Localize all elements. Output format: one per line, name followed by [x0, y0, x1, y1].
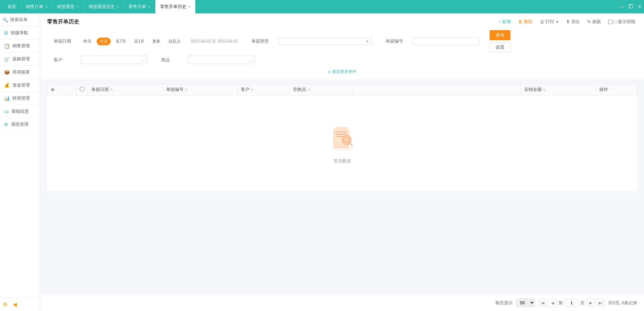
display-detail-checkbox[interactable]: [608, 20, 613, 24]
pagination-bar: 每页显示 50 100 200 |◀ ◀ 第 页 ▶ ▶| 共0页, 0条记录: [40, 294, 644, 311]
svg-line-8: [350, 143, 352, 146]
tab-sales-order[interactable]: 销售订单 ×: [21, 0, 52, 13]
goods-filter-label: 商品: [161, 57, 181, 63]
th-guide: 导购员 ⇅: [290, 84, 353, 96]
sidebar-item-label: 系统管理: [11, 121, 29, 127]
sidebar-item-finance[interactable]: 💰 资金管理: [0, 79, 40, 92]
no-sort-icon: ⇅: [185, 88, 188, 92]
main-layout: 🔍 搜索采单 ⊞ 快捷导航 📋 销售管理 🛒 采购管理 📦 库存核算 💰 资金管…: [0, 13, 644, 311]
customer-input[interactable]: ...: [81, 56, 148, 64]
select-all-checkbox[interactable]: [80, 87, 84, 91]
page-nav: |◀ ◀ 第 页 ▶ ▶|: [538, 299, 605, 307]
close-btn[interactable]: ×: [638, 3, 641, 10]
th-no-sort[interactable]: 单据编号 ⇅: [166, 87, 234, 93]
empty-row: 暂无数据: [47, 96, 637, 191]
restore-btn[interactable]: ⧠: [628, 4, 634, 10]
prev-page-btn[interactable]: ◀: [548, 299, 556, 307]
close-tab-sales-return-history[interactable]: ×: [117, 5, 119, 9]
filter-row-customer: 客户 ... 商品 ...: [54, 56, 631, 64]
base-info-icon: 🗂: [4, 109, 9, 114]
page-label: 第: [558, 300, 563, 306]
finance-icon: 💰: [4, 83, 10, 88]
sidebar-item-label: 快捷导航: [11, 30, 28, 36]
tab-home[interactable]: 首页: [3, 0, 21, 13]
settings-icon[interactable]: ⚙: [3, 301, 7, 308]
export-button[interactable]: ⬆ 导出: [564, 17, 582, 26]
table-head: ⚙ 单据日期 ⇅ 单据编号: [47, 84, 637, 96]
next-page-btn[interactable]: ▶: [587, 299, 595, 307]
first-page-btn[interactable]: |◀: [538, 299, 546, 307]
sidebar-item-quick-nav[interactable]: ⊞ 快捷导航: [0, 27, 40, 40]
close-tab-retail-history[interactable]: ×: [188, 5, 190, 9]
page-summary: 共0页, 0条记录: [608, 300, 637, 306]
tab-retail-open[interactable]: 零售开单 ×: [124, 0, 155, 13]
date-btn-more[interactable]: 更多: [149, 38, 163, 45]
filter-area: 单据日期 昨天 今天 近7天 近1月 更多 自定义 2023-06-02 至 2…: [47, 30, 637, 80]
th-no: 单据编号 ⇅: [162, 84, 237, 96]
th-guide-sort[interactable]: 导购员 ⇅: [293, 87, 349, 93]
th-gear[interactable]: ⚙: [47, 84, 77, 96]
collapse-label: 收起更多条件: [332, 69, 356, 74]
date-filter-label: 单据日期: [54, 38, 74, 44]
th-customer: 客户 ⇅: [238, 84, 290, 96]
date-sort-icon: ⇅: [110, 88, 113, 92]
th-date-sort[interactable]: 单据日期 ⇅: [91, 87, 159, 93]
close-tab-retail-open[interactable]: ×: [148, 5, 150, 9]
doc-no-input[interactable]: [412, 37, 480, 45]
sidebar-item-inventory[interactable]: 📦 库存核算: [0, 66, 40, 79]
close-tab-sales-order[interactable]: ×: [45, 5, 47, 9]
display-detail-button[interactable]: □ 显示明细: [606, 17, 637, 26]
th-amount-sort[interactable]: 实销金额 ⇅: [524, 87, 592, 93]
th-action: 操作: [596, 84, 637, 96]
refresh-button[interactable]: ↻ 刷新: [585, 17, 603, 26]
sidebar-search[interactable]: 🔍 搜索采单: [0, 13, 40, 27]
page-size-select[interactable]: 50 100 200: [516, 299, 535, 307]
date-btn-today[interactable]: 今天: [97, 38, 111, 45]
setting-button[interactable]: 设置: [490, 42, 510, 52]
tab-sales-return[interactable]: 销货退货 ×: [52, 0, 84, 13]
tab-sales-return-history[interactable]: 销货退货历史 ×: [84, 0, 124, 13]
sidebar-item-label: 经营管理: [12, 95, 30, 101]
query-button[interactable]: 查询: [490, 30, 510, 40]
customer-filter-label: 客户: [54, 57, 74, 63]
date-btn-1month[interactable]: 近1月: [131, 38, 148, 45]
delete-button[interactable]: 🗑 删除: [516, 17, 535, 26]
sidebar-item-purchase-mgmt[interactable]: 🛒 采购管理: [0, 53, 40, 66]
print-dropdown-icon[interactable]: ▼: [555, 20, 559, 24]
close-tab-sales-return[interactable]: ×: [77, 5, 79, 9]
collapse-bar[interactable]: ∧ 收起更多条件: [54, 67, 631, 76]
data-table: ⚙ 单据日期 ⇅ 单据编号: [47, 84, 637, 191]
last-page-btn[interactable]: ▶|: [597, 299, 605, 307]
goods-input[interactable]: ...: [188, 56, 255, 64]
sidebar-item-sys-mgmt[interactable]: ⚙ 系统管理: [0, 118, 40, 131]
sidebar-item-base-info[interactable]: 🗂 基础信息: [0, 105, 40, 118]
doc-no-filter-label: 单据编号: [386, 38, 406, 44]
th-spacer: [353, 84, 521, 96]
sidebar-item-operations[interactable]: 📊 经营管理: [0, 92, 40, 105]
print-button[interactable]: 🖨 打印 ▼: [538, 17, 561, 26]
date-btn-yesterday[interactable]: 昨天: [81, 38, 95, 45]
page-number-input[interactable]: [565, 299, 578, 307]
doc-type-select[interactable]: ▼: [278, 38, 372, 45]
th-amount: 实销金额 ⇅: [521, 84, 596, 96]
sidebar-bottom: ⚙ ◀: [0, 298, 40, 311]
top-tabbar: 首页 销售订单 × 销货退货 × 销货退货历史 × 零售开单 × 零售开单历史 …: [0, 0, 644, 13]
minimize-btn[interactable]: —: [619, 4, 624, 10]
window-controls: — ⧠ ×: [619, 3, 641, 10]
page-title-row: 零售开单历史 + 新增 🗑 删除 🖨 打印 ▼ ⬆ 导出: [47, 17, 637, 26]
customer-ellipsis[interactable]: ...: [141, 57, 145, 62]
th-customer-sort[interactable]: 客户 ⇅: [241, 87, 286, 93]
date-btn-custom[interactable]: 自定义: [165, 38, 184, 45]
sales-mgmt-icon: 📋: [4, 43, 10, 49]
empty-state: 暂无数据: [47, 96, 637, 191]
tab-retail-history[interactable]: 零售开单历史 ×: [155, 0, 195, 13]
sidebar-item-label: 采购管理: [12, 56, 30, 62]
sidebar-item-sales-mgmt[interactable]: 📋 销售管理: [0, 40, 40, 53]
date-btn-7days[interactable]: 近7天: [113, 38, 129, 45]
goods-ellipsis[interactable]: ...: [248, 57, 252, 62]
sidebar-item-label: 基础信息: [11, 108, 29, 114]
quick-nav-icon: ⊞: [4, 30, 8, 36]
add-button[interactable]: + 新增: [496, 17, 513, 26]
collapse-icon[interactable]: ◀: [13, 301, 17, 308]
page-suffix: 页: [580, 300, 585, 306]
